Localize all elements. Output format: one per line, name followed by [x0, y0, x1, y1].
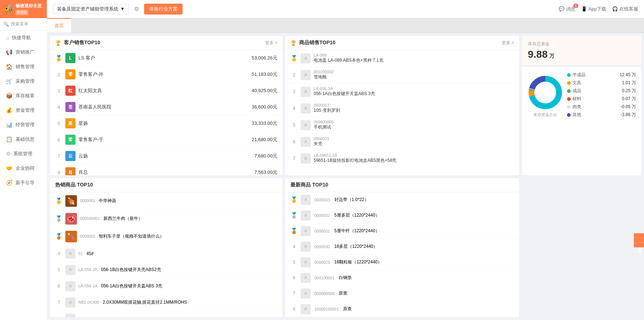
rank7h-num: 7 — [55, 300, 62, 305]
sidebar-item-marketing[interactable]: 📢 营销推广 — [0, 45, 47, 60]
hot-item-info: 0000001 中华神器 — [80, 198, 277, 204]
product-code: LA-089 — [314, 53, 514, 57]
sidebar-item-quick-nav[interactable]: ⌂ 快捷导航 — [0, 30, 47, 45]
hot-code: NB2.0X30B — [78, 300, 99, 304]
legend-value: -3.86 万 — [620, 112, 636, 118]
sidebar-search[interactable]: 🔍 搜索菜单 — [0, 18, 47, 30]
hot-item-info: 0000002 智利车子里（规格不知道填什么） — [80, 233, 277, 239]
sidebar-item-cooperation[interactable]: 🤝 企业协同 — [0, 161, 47, 176]
medal-icon: 🥇 — [55, 55, 62, 62]
customer-see-more[interactable]: 更多 > — [265, 40, 277, 46]
product-code: 0000017 — [314, 103, 514, 107]
newest-item: 6 A 004100001 白钢垫 — [285, 270, 519, 286]
product-img: A — [301, 210, 311, 221]
product-panel-title: 商品销售TOP10 — [299, 40, 335, 46]
customer-service-btn[interactable]: 客服热线 — [634, 233, 644, 238]
legend-dot — [567, 113, 571, 117]
legend-dot — [567, 97, 571, 101]
legend-name: 半成品 — [572, 72, 618, 78]
inventory-chart: 库存资金占比 半成品 12.45 万 文具 1.01 万 — [522, 67, 641, 175]
sidebar: 🐝 畅捷通好生意 标准版 🔍 搜索菜单 ⌂ 快捷导航 📢 营销推广 🏠 销售管理… — [0, 0, 47, 320]
rank7-num: 7 — [290, 156, 298, 161]
app-download-button[interactable]: 📱 App下载 — [581, 6, 606, 12]
sidebar-item-purchase[interactable]: 🛒 采购管理 — [0, 74, 47, 89]
medal-icon: 🥇 — [290, 196, 298, 203]
avatar: 苍 — [65, 102, 76, 112]
sidebar-item-inventory[interactable]: 📦 库存核算 — [0, 89, 47, 103]
product-img: A — [301, 153, 311, 164]
legend-dot — [567, 89, 571, 93]
newest-code: 0000030 — [314, 245, 330, 249]
customer-name: 零售客户-许 — [78, 71, 249, 78]
hot-name: 12070519-xs — [97, 316, 122, 317]
rank-num: 2 — [55, 72, 62, 77]
nav-label: 资金管理 — [16, 107, 34, 114]
product-rank-item: 7 A LA-59651-1B 59651-1B旋转投影灯电池盒ABS黑色+58… — [285, 150, 519, 167]
hot-item: 🥇 🍖 0000001 中华神器 — [50, 192, 282, 210]
legend-name: 肉类 — [572, 104, 619, 110]
hot-item: 🥈 🥩 000500001 新西兰牛肉（新牛） — [50, 210, 282, 228]
hot-item-info: 0000011 12070519-xs — [78, 316, 277, 317]
logo-badge: 标准版 — [16, 10, 28, 15]
medal3b-icon: 🥉 — [55, 233, 62, 240]
nav-label: 快捷导航 — [12, 34, 31, 41]
sidebar-item-system[interactable]: ⚙ 系统管理 — [0, 147, 47, 161]
rank-num: 3 — [55, 88, 62, 94]
legend-item: 材料 0.07 万 — [567, 96, 636, 102]
product-info: 000800005 手机测试 — [314, 120, 514, 130]
system-name: 装备及固定资产辅助管理系统 — [57, 6, 118, 12]
medal2-icon: 🥈 — [290, 212, 298, 219]
product-img: A — [301, 137, 311, 147]
legend-value: 0.25 万 — [622, 88, 636, 94]
sidebar-item-operations[interactable]: 📊 经营管理 — [0, 118, 47, 132]
service-button[interactable]: 🎧 在线客服 — [612, 6, 638, 12]
newest-code: 0000032 — [314, 213, 330, 218]
hot-code: 000500001 — [80, 216, 100, 221]
newest-name: 18颗粒板（1220*2440） — [334, 259, 382, 265]
message-button[interactable]: 💬 消息 6 — [559, 6, 575, 12]
customer-amount: 53,006.26元 — [252, 55, 277, 61]
hot-item-info: LA-056-1A 056-1A白色按键开关盖ABS 3壳 — [78, 283, 277, 289]
tab-home[interactable]: 首页 — [47, 18, 71, 33]
headset-icon: 🎧 — [612, 6, 618, 12]
medal2-icon: 🥈 — [55, 215, 62, 222]
hot-products-title: 热销商品 TOP10 — [55, 182, 93, 188]
hot-item-info: NB2.0X30B 2.0X30MM双搓花轴,搓花直径2.1MM/ROHS — [78, 299, 277, 305]
chart-content: 库存资金占比 半成品 12.45 万 文具 1.01 万 — [527, 72, 636, 120]
product-info: LA-59651-1B 59651-1B旋转投影灯电池盒ABS黑色+58壳 — [314, 153, 514, 164]
sidebar-item-basic-info[interactable]: 📋 基础信息 — [0, 132, 47, 147]
sidebar-logo: 🐝 畅捷通好生意 标准版 — [0, 0, 47, 18]
page-content: 🏆 客户销售TOP10 更多 > 🥇 L LS 客户 53,006.26元 2 — [47, 33, 644, 320]
legend-name: 文具 — [572, 80, 620, 86]
rank8h-num: 8 — [55, 316, 62, 317]
product-img: A — [301, 257, 311, 267]
product-thumbnail: 🥩 — [65, 213, 77, 225]
product-rank-item: 5 A 000800005 手机测试 — [285, 117, 519, 134]
product-code: LA-056-1A — [314, 86, 514, 91]
product-name: 10S 变刹罗刹 — [314, 107, 514, 114]
coop-icon: 🤝 — [6, 165, 13, 172]
logo-icon: 🐝 — [4, 4, 13, 14]
hot-item-info: LA-056-1B 056-1B白色按键开关壳ABS2壳 — [78, 267, 277, 273]
legend-item: 半成品 12.45 万 — [567, 72, 636, 78]
trial-button[interactable]: 体验行业方案 — [144, 4, 183, 15]
sidebar-item-sales[interactable]: 🏠 销售管理 — [0, 60, 47, 74]
newest-item: 4 A 0000030 18多层（1220*2440） — [285, 239, 519, 255]
gear-button[interactable]: ⚙ — [133, 4, 140, 14]
product-see-more[interactable]: 更多 > — [502, 40, 514, 46]
legend-name: 其他 — [572, 112, 619, 118]
hot-item: 5 A LA-056-1B 056-1B白色按键开关壳ABS2壳 — [50, 262, 282, 278]
nav-label: 基础信息 — [16, 136, 34, 143]
livestream-btn[interactable]: 直播 — [634, 243, 644, 247]
community-btn[interactable]: 服务社区 — [634, 238, 644, 243]
system-selector[interactable]: 装备及固定资产辅助管理系统 ▼ — [53, 4, 129, 14]
hot-item: 6 A LA-056-1A 056-1A白色按键开关盖ABS 3壳 — [50, 278, 282, 295]
legend-value: 1.01 万 — [622, 80, 636, 86]
rank-num: 8 — [55, 170, 62, 175]
system-icon: ⚙ — [6, 151, 11, 157]
inventory-amount: 9.88万 — [528, 49, 635, 60]
hot-item-info: 000500001 新西兰牛肉（新牛） — [80, 216, 277, 222]
sidebar-item-finance[interactable]: 💰 资金管理 — [0, 103, 47, 118]
avatar: 红 — [65, 86, 76, 96]
sidebar-item-guide[interactable]: 🧭 新手引导 — [0, 176, 47, 190]
